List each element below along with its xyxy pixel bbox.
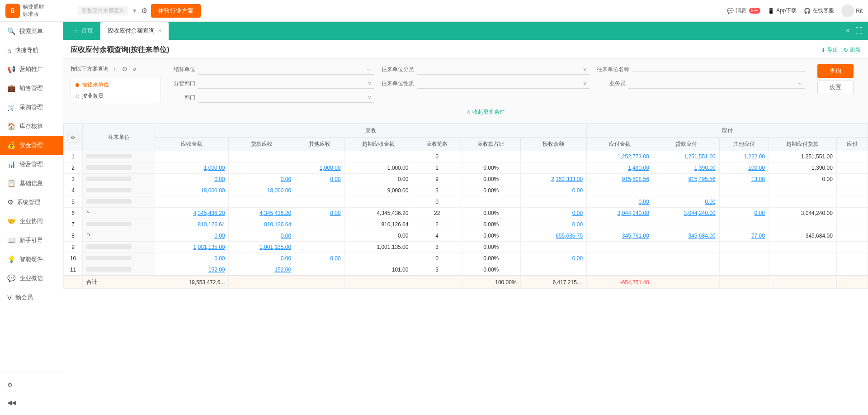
sidebar-item-9[interactable]: ⚙ 系统管理: [0, 193, 63, 212]
window-close-button[interactable]: ×: [846, 27, 850, 35]
row-ar-loan[interactable]: 0.00: [229, 253, 295, 264]
row-ar-advance[interactable]: 655,636.75: [520, 230, 587, 242]
row-ap-loan[interactable]: 0.00: [653, 196, 719, 208]
row-ar-other[interactable]: 0.00: [295, 208, 344, 219]
sidebar-item-settings-bottom[interactable]: ⚙: [0, 376, 63, 394]
row-ar-loan[interactable]: 1,001,135.00: [229, 242, 295, 253]
row-ar-loan[interactable]: 0.00: [229, 174, 295, 185]
row-ap-amount[interactable]: 3,044,240.00: [587, 208, 653, 219]
sidebar-item-11[interactable]: 📖 新手引导: [0, 231, 63, 250]
sidebar-item-10[interactable]: 🤝 企业协同: [0, 212, 63, 231]
row-ap-amount[interactable]: 345,761.00: [587, 230, 653, 242]
row-ar-amount[interactable]: 1,000.00: [155, 162, 229, 174]
add-scheme-button[interactable]: +: [112, 64, 118, 73]
partner-name-label: 往来单位名称: [597, 66, 629, 73]
row-ap-other[interactable]: 1,222.00: [719, 151, 769, 162]
filter-cell-fenguan: 分管部门 ∨: [166, 78, 374, 89]
sidebar-item-3[interactable]: 💼 销售管理: [0, 79, 63, 98]
partner-category-input[interactable]: ∨: [417, 64, 590, 75]
query-button[interactable]: 查询: [817, 64, 854, 78]
sidebar-item-8[interactable]: 📋 基础信息: [0, 174, 63, 193]
online-service-button[interactable]: 🎧 在线客服: [804, 7, 834, 14]
sidebar-bottom: ⚙ ◀◀: [0, 372, 63, 415]
row-ar-amount[interactable]: 152.00: [155, 264, 229, 276]
row-ar-loan[interactable]: 810,126.64: [229, 219, 295, 230]
chevron-down-icon[interactable]: ▼: [132, 8, 137, 14]
row-ar-other[interactable]: 0.00: [295, 174, 344, 185]
jiesuan-input[interactable]: ···: [198, 64, 374, 75]
dept-input[interactable]: ∨: [198, 92, 374, 103]
collapse-more-button[interactable]: ∧ 收起更多条件: [166, 106, 805, 118]
row-ar-loan[interactable]: 0.00: [229, 230, 295, 242]
row-ar-amount[interactable]: 0.00: [155, 230, 229, 242]
row-ap-amount[interactable]: 1,490.00: [587, 162, 653, 174]
row-ar-loan[interactable]: 18,000.00: [229, 185, 295, 196]
row-ap-loan: [653, 264, 719, 276]
sidebar-icon-7: 📊: [7, 160, 16, 168]
row-ap-loan[interactable]: 1,390.00: [653, 162, 719, 174]
row-ar-advance[interactable]: 0.00: [520, 208, 587, 219]
row-ap-amount[interactable]: 0.00: [587, 196, 653, 208]
row-ar-loan[interactable]: 152.00: [229, 264, 295, 276]
row-ap-other[interactable]: 0.00: [719, 208, 769, 219]
col-gear[interactable]: ⚙: [64, 124, 83, 151]
export-button[interactable]: ⬆ 导出: [821, 46, 838, 54]
sidebar-item-7[interactable]: 📊 经营管理: [0, 155, 63, 174]
row-ar-loan[interactable]: 4,345,436.20: [229, 208, 295, 219]
scheme-option-salesperson[interactable]: 按业务员: [71, 91, 160, 102]
row-ar-other[interactable]: 1,000.00: [295, 162, 344, 174]
table-settings-icon[interactable]: ⚙: [67, 133, 79, 143]
collapse-scheme-button[interactable]: «: [132, 64, 137, 73]
row-ar-amount[interactable]: 18,000.00: [155, 185, 229, 196]
row-ar-amount[interactable]: 1,001,135.00: [155, 242, 229, 253]
sidebar-item-12[interactable]: 💡 智能硬件: [0, 250, 63, 269]
refresh-button[interactable]: ↻ 刷新: [844, 46, 861, 54]
row-ar-amount[interactable]: 0.00: [155, 174, 229, 185]
row-ar-advance[interactable]: 2,153,333.00: [520, 174, 587, 185]
row-ap-amount[interactable]: 1,252,773.00: [587, 151, 653, 162]
row-ap-other[interactable]: 13.00: [719, 174, 769, 185]
sidebar-item-5[interactable]: 🏠 库存核算: [0, 117, 63, 136]
sidebar-item-0[interactable]: 🔍 搜索菜单: [0, 22, 63, 41]
window-expand-button[interactable]: ⛶: [855, 27, 863, 35]
tab-active[interactable]: 应收应付余额查询 ×: [100, 22, 169, 40]
sidebar-icon-10: 🤝: [7, 217, 16, 225]
row-ap-loan[interactable]: 345,684.00: [653, 230, 719, 242]
solution-button[interactable]: 体验行业方案: [151, 4, 201, 18]
row-ar-amount[interactable]: 0.00: [155, 253, 229, 264]
fenguan-input[interactable]: ∨: [198, 78, 374, 89]
tab-home[interactable]: ⌂ 首页: [67, 22, 100, 40]
sidebar-item-6[interactable]: 💰 资金管理: [0, 136, 63, 155]
sidebar-item-4[interactable]: 🛒 采购管理: [0, 98, 63, 117]
partner-name-input[interactable]: [632, 67, 805, 72]
row-ar-advance[interactable]: 0.00: [520, 185, 587, 196]
user-area[interactable]: Rit: [841, 5, 863, 17]
setting-button[interactable]: 设置: [817, 81, 854, 94]
sidebar-item-13[interactable]: 💬 企业微信: [0, 269, 63, 288]
row-ap-other[interactable]: 77.00: [719, 230, 769, 242]
scheme-option-partner[interactable]: 按往来单位: [71, 79, 160, 91]
row-ap-amount[interactable]: 915,508.56: [587, 174, 653, 185]
edit-scheme-button[interactable]: ⊙: [121, 64, 128, 73]
row-ar-other[interactable]: 0.00: [295, 253, 344, 264]
sidebar-item-1[interactable]: ⌂ 快捷导航: [0, 41, 63, 60]
row-ap-loan[interactable]: 915,495.56: [653, 174, 719, 185]
table-footer-row: 合计 19,553,472,6... 100.00% 6,417,215....…: [64, 276, 868, 289]
row-ap-loan[interactable]: 1,251,551.00: [653, 151, 719, 162]
settings-gear-button[interactable]: ⚙: [141, 6, 147, 15]
sidebar-item-collapse[interactable]: ◀◀: [0, 394, 63, 411]
row-ar-amount[interactable]: 4,345,436.20: [155, 208, 229, 219]
row-ar-advance[interactable]: 0.00: [520, 219, 587, 230]
salesperson-input[interactable]: ···: [628, 78, 805, 89]
app-download-button[interactable]: 📱 App下载: [768, 7, 797, 14]
tab-close-icon[interactable]: ×: [158, 28, 161, 34]
row-ar-amount[interactable]: 810,126.64: [155, 219, 229, 230]
row-ap-other[interactable]: 100.00: [719, 162, 769, 174]
sidebar-item-2[interactable]: 📢 营销推广: [0, 60, 63, 79]
row-ar-advance[interactable]: 0.00: [520, 253, 587, 264]
row-ap-loan[interactable]: 3,044,240.00: [653, 208, 719, 219]
messages-button[interactable]: 💬 消息 99+: [727, 7, 760, 14]
sidebar-item-14[interactable]: V 畅会员: [0, 288, 63, 307]
row-partner: [83, 242, 155, 253]
partner-nature-input[interactable]: ∨: [417, 78, 590, 89]
